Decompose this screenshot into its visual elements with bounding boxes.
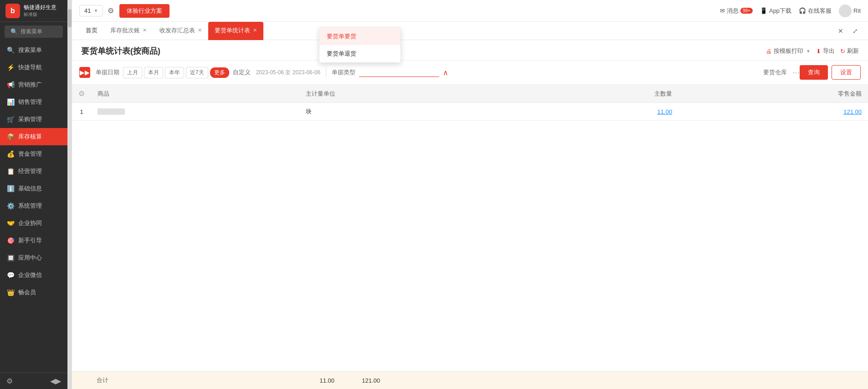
sidebar-collapse-icon[interactable]: ◀▶	[50, 377, 61, 385]
sidebar-item-6[interactable]: 💰资金管理	[0, 145, 67, 163]
footer-total-label: 合计	[90, 376, 250, 384]
warehouse-filter-label: 要货仓库	[763, 68, 787, 77]
header-left: 41 ▼ ⚙ 体验行业方案	[79, 4, 720, 18]
filter-type-group: 单据类型 ∧	[332, 68, 758, 77]
phone-icon: 📱	[760, 7, 767, 14]
app-name: 畅捷通好生意 标准版	[24, 4, 56, 17]
page-content: 要货单统计表(按商品) 🖨 按模板打印 ▼ ⬇ 导出 ↻ 刷新 ▶▶	[72, 40, 868, 389]
row-sales-amount-0: 121.00	[678, 103, 868, 121]
sidebar-item-1[interactable]: ⚡快捷导航	[0, 59, 67, 76]
nav-icon-9: ⚙️	[6, 202, 15, 210]
nav-icon-8: ℹ️	[6, 184, 15, 193]
tab-close-3[interactable]: ✕	[253, 27, 257, 33]
tab-3[interactable]: 要货单统计表✕	[208, 22, 263, 40]
sidebar-item-4[interactable]: 🛒采购管理	[0, 111, 67, 128]
trial-button[interactable]: 体验行业方案	[119, 4, 169, 18]
table-header-row: ⚙ 商品 主计量单位 主数量 零售金额	[72, 85, 868, 103]
column-settings-icon[interactable]: ⚙	[78, 90, 85, 97]
dropdown-item-order[interactable]: 要货单要货	[319, 40, 401, 45]
store-chevron-icon: ▼	[93, 8, 98, 13]
nav-icon-5: 📦	[6, 133, 15, 141]
tabs-actions: ✕ ⤢	[835, 26, 861, 36]
sidebar-item-0[interactable]: 🔍搜索菜单	[0, 41, 67, 59]
tab-1[interactable]: 库存批次账✕	[104, 22, 153, 40]
close-tab-icon[interactable]: ✕	[835, 26, 846, 36]
row-quantity-0: 11.00	[520, 103, 678, 121]
type-filter-clear-icon[interactable]: ∧	[443, 68, 448, 77]
type-filter-label: 单据类型	[332, 68, 355, 77]
online-service-item[interactable]: 🎧 在线客服	[799, 7, 832, 15]
query-button[interactable]: 查询	[800, 65, 828, 80]
header-gear-icon[interactable]: ⚙	[108, 6, 114, 15]
col-unit: 主计量单位	[299, 85, 519, 103]
table-wrapper: ⚙ 商品 主计量单位 主数量 零售金额 1 块 11.00 121.	[72, 85, 868, 371]
type-filter-input[interactable]	[359, 68, 439, 77]
sidebar-item-7[interactable]: 📋经营管理	[0, 163, 67, 180]
last-month-btn[interactable]: 上月	[123, 67, 142, 78]
this-year-btn[interactable]: 本年	[165, 67, 184, 78]
footer-quantity: 11.00	[295, 377, 341, 384]
this-month-btn[interactable]: 本月	[144, 67, 163, 78]
page-title: 要货单统计表(按商品)	[81, 46, 160, 56]
last-7days-btn[interactable]: 近7天	[186, 67, 208, 78]
type-dropdown: 要货单要货 要货单退货	[319, 40, 401, 63]
header-right: ✉ 消息 99+ 📱 App下载 🎧 在线客服 Rit	[720, 5, 861, 17]
sidebar-scrollbar[interactable]	[67, 0, 72, 389]
tabs-bar: 首页库存批次账✕收发存汇总表✕要货单统计表✕ ✕ ⤢	[72, 22, 868, 40]
sidebar-item-12[interactable]: 🔲应用中心	[0, 249, 67, 266]
sidebar-item-11[interactable]: 🎯新手引导	[0, 232, 67, 249]
export-btn[interactable]: ⬇ 导出	[816, 47, 835, 55]
filter-expand-btn[interactable]: ▶▶	[79, 67, 90, 78]
data-table: ⚙ 商品 主计量单位 主数量 零售金额 1 块 11.00 121.	[72, 85, 868, 121]
logo-icon: b	[5, 4, 20, 18]
date-range-text: 2023-05-06 至 2023-06-06	[256, 69, 320, 77]
filter-settings-button[interactable]: 设置	[832, 65, 861, 80]
tab-0[interactable]: 首页	[79, 22, 104, 40]
messages-item[interactable]: ✉ 消息 99+	[720, 7, 753, 15]
table-body: 1 块 11.00 121.00	[72, 103, 868, 121]
store-selector[interactable]: 41 ▼	[79, 5, 103, 16]
sidebar-item-10[interactable]: 🤝企业协同	[0, 215, 67, 232]
col-settings: ⚙	[72, 85, 91, 103]
print-btn[interactable]: 🖨 按模板打印 ▼	[766, 47, 811, 55]
sidebar-item-2[interactable]: 📢营销推广	[0, 76, 67, 93]
top-header: 41 ▼ ⚙ 体验行业方案 ✉ 消息 99+ 📱 App下载 🎧 在线客服 R	[72, 0, 868, 22]
sidebar-item-13[interactable]: 💬企业微信	[0, 266, 67, 284]
maximize-icon[interactable]: ⤢	[850, 26, 861, 36]
tab-close-1[interactable]: ✕	[143, 27, 147, 33]
col-sales-amount: 零售金额	[678, 85, 868, 103]
row-unit-0: 块	[299, 103, 519, 121]
tab-close-2[interactable]: ✕	[198, 27, 202, 33]
filter-warehouse-group: 要货仓库 ⋯	[763, 68, 800, 77]
tabs-container: 首页库存批次账✕收发存汇总表✕要货单统计表✕	[79, 22, 835, 40]
date-quick-btns: 上月 本月 本年 近7天 更多	[123, 67, 229, 78]
page-header: 要货单统计表(按商品) 🖨 按模板打印 ▼ ⬇ 导出 ↻ 刷新	[72, 40, 868, 61]
more-dates-btn[interactable]: 更多	[210, 67, 229, 78]
headset-icon: 🎧	[799, 7, 806, 14]
nav-icon-13: 💬	[6, 271, 15, 279]
sidebar-item-9[interactable]: ⚙️系统管理	[0, 197, 67, 215]
app-download-item[interactable]: 📱 App下载	[760, 7, 791, 15]
sidebar-item-5[interactable]: 📦库存核算	[0, 128, 67, 145]
page-actions: 🖨 按模板打印 ▼ ⬇ 导出 ↻ 刷新	[766, 47, 859, 55]
custom-date-label: 自定义	[233, 68, 251, 77]
sidebar-item-3[interactable]: 📊销售管理	[0, 93, 67, 111]
message-icon: ✉	[720, 7, 725, 14]
nav-icon-3: 📊	[6, 98, 15, 106]
dropdown-item-return[interactable]: 要货单退货	[319, 45, 401, 62]
table-footer: 合计 11.00 121.00	[72, 371, 868, 389]
warehouse-more-icon[interactable]: ⋯	[792, 68, 800, 77]
refresh-btn[interactable]: ↻ 刷新	[840, 47, 859, 55]
nav-icon-12: 🔲	[6, 254, 15, 262]
settings-icon[interactable]: ⚙	[6, 377, 13, 385]
main-area: 41 ▼ ⚙ 体验行业方案 ✉ 消息 99+ 📱 App下载 🎧 在线客服 R	[72, 0, 868, 389]
nav-icon-0: 🔍	[6, 46, 15, 54]
nav-icon-10: 🤝	[6, 219, 15, 227]
tab-2[interactable]: 收发存汇总表✕	[153, 22, 208, 40]
sidebar-item-8[interactable]: ℹ️基础信息	[0, 180, 67, 197]
user-avatar	[839, 5, 852, 17]
sidebar-item-14[interactable]: 👑畅会员	[0, 284, 67, 301]
sidebar-bottom: ⚙ ◀▶	[0, 373, 67, 389]
user-item[interactable]: Rit	[839, 5, 861, 17]
sidebar-search[interactable]: 🔍 搜索菜单	[5, 26, 63, 38]
